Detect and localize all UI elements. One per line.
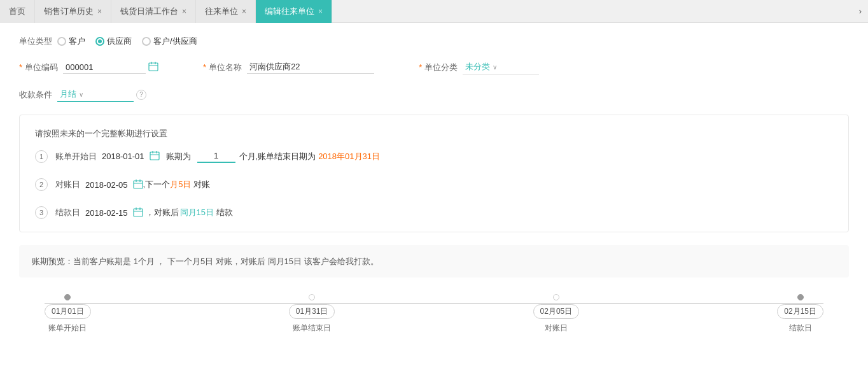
preview-p3: 同月15日 <box>268 257 302 266</box>
unit-category-star: * <box>419 62 422 72</box>
unit-category-select[interactable]: 未分类 ∨ <box>463 60 539 74</box>
step-2-date: 2018-02-05 <box>85 180 128 190</box>
tab-edit-partner-close[interactable]: × <box>318 7 323 16</box>
tab-sales-history[interactable]: 销售订单历史 × <box>35 0 111 23</box>
step-1-label: 账单开始日 <box>55 151 97 162</box>
step-3-label: 结款日 <box>55 207 80 218</box>
step-3-row: 3 结款日 2018-02-15 ，对账后 同月15日 结款 <box>35 206 833 219</box>
step-3-date-field: 2018-02-15 <box>85 207 143 219</box>
unit-name-input[interactable] <box>247 61 374 74</box>
timeline-dot-3 <box>553 294 559 300</box>
radio-supplier-circle <box>95 37 104 46</box>
step-3-suffix-post: 结款 <box>216 207 233 218</box>
step-2-date-field: 2018-02-05 <box>85 179 143 191</box>
preview-box: 账期预览：当前客户账期是 1个月 ， 下一个月5日 对账，对账后 同月15日 该… <box>19 245 849 278</box>
radio-customer-circle <box>57 37 66 46</box>
step-2-label: 对账日 <box>55 179 80 190</box>
settings-section: 请按照未来的一个完整帐期进行设置 1 账单开始日 2018-01-01 账期为 … <box>19 115 849 232</box>
preview-post2: 该客户会给我打款。 <box>304 257 379 266</box>
radio-both-label: 客户/供应商 <box>153 36 197 47</box>
tab-edit-partner[interactable]: 编辑往来单位 × <box>256 0 332 23</box>
timeline: 01月01日 账单开始日 01月31日 账单结束日 02月05日 对账日 <box>19 284 849 334</box>
step-3-highlight: 同月15日 <box>180 207 214 218</box>
step-1-date-field: 2018-01-01 <box>102 150 160 162</box>
timeline-date-4: 02月15日 <box>777 304 823 319</box>
payment-terms-row: 收款条件 月结 ∨ ? <box>19 87 849 102</box>
payment-terms-label: 收款条件 <box>19 89 52 101</box>
timeline-point-3: 02月05日 对账日 <box>533 294 580 334</box>
payment-terms-select[interactable]: 月结 ∨ <box>57 87 134 102</box>
timeline-date-2: 01月31日 <box>289 304 335 319</box>
unit-code-field <box>63 61 158 74</box>
page-content: 单位类型 客户 供应商 客户/供应商 * 单位编码 * <box>0 23 868 387</box>
payment-terms-value: 月结 <box>60 88 76 100</box>
preview-mid: ， <box>157 257 165 266</box>
radio-customer-label: 客户 <box>69 36 85 47</box>
unit-info-row: * 单位编码 * 单位名称 * 单位分类 未分类 ∨ <box>19 60 849 74</box>
payment-terms-arrow: ∨ <box>79 91 83 98</box>
timeline-date-1: 01月01日 <box>45 304 91 319</box>
unit-code-input[interactable] <box>63 61 146 74</box>
step-1-date: 2018-01-01 <box>102 151 144 161</box>
svg-rect-4 <box>150 152 159 160</box>
step-2-suffix-pre: ,下一个 <box>143 179 171 190</box>
tab-more-button[interactable]: › <box>853 6 868 16</box>
step-1-period-input[interactable] <box>197 150 235 163</box>
tab-home-label: 首页 <box>9 6 25 17</box>
step-1-suffix-pre: 账期为 <box>166 151 191 162</box>
timeline-label-3: 对账日 <box>545 323 568 334</box>
step-3-calendar-icon[interactable] <box>133 207 143 219</box>
step-3-num: 3 <box>35 206 48 219</box>
timeline-dot-2 <box>309 294 315 300</box>
tab-cash-daily-label: 钱货日清工作台 <box>120 6 178 17</box>
tab-partner-close[interactable]: × <box>242 7 246 16</box>
preview-p2: 下一个月5日 <box>167 257 213 266</box>
tab-partner[interactable]: 往来单位 × <box>196 0 256 23</box>
radio-customer[interactable]: 客户 <box>57 36 85 47</box>
unit-code-calendar-icon[interactable] <box>148 61 158 73</box>
unit-name-star: * <box>203 62 206 72</box>
tab-sales-history-label: 销售订单历史 <box>44 6 94 17</box>
step-1-row: 1 账单开始日 2018-01-01 账期为 个月,账单结束日期为 2018年0… <box>35 150 833 163</box>
step-1-num: 1 <box>35 150 48 163</box>
step-1-end-date: 2018年01月31日 <box>318 151 380 162</box>
tab-home[interactable]: 首页 <box>0 0 35 23</box>
tab-edit-partner-label: 编辑往来单位 <box>265 6 314 17</box>
unit-type-label: 单位类型 <box>19 36 52 47</box>
preview-post1: 对账，对账后 <box>216 257 265 266</box>
preview-p1: 1个月 <box>134 257 155 266</box>
tab-cash-daily[interactable]: 钱货日清工作台 × <box>111 0 196 23</box>
radio-supplier-label: 供应商 <box>107 36 132 47</box>
unit-code-star: * <box>19 62 22 72</box>
radio-both[interactable]: 客户/供应商 <box>142 36 197 47</box>
payment-terms-help-icon[interactable]: ? <box>136 90 146 100</box>
tab-sales-history-close[interactable]: × <box>97 7 102 16</box>
timeline-point-1: 01月01日 账单开始日 <box>45 294 91 334</box>
step-3-date: 2018-02-15 <box>85 208 128 218</box>
timeline-label-4: 结款日 <box>789 323 812 334</box>
step-1-calendar-icon[interactable] <box>150 150 160 162</box>
svg-rect-0 <box>149 63 158 71</box>
timeline-dot-1 <box>64 294 71 300</box>
svg-rect-8 <box>134 181 143 188</box>
timeline-point-4: 02月15日 结款日 <box>777 294 823 334</box>
step-2-num: 2 <box>35 178 48 191</box>
radio-supplier[interactable]: 供应商 <box>95 36 132 47</box>
step-2-suffix-post: 对账 <box>193 179 210 190</box>
tab-partner-label: 往来单位 <box>205 6 238 17</box>
timeline-dot-4 <box>797 294 804 300</box>
radio-both-circle <box>142 37 151 46</box>
timeline-date-3: 02月05日 <box>533 304 580 319</box>
timeline-label-2: 账单结束日 <box>293 323 331 334</box>
step-2-calendar-icon[interactable] <box>133 179 143 191</box>
preview-label: 账期预览：当前客户账期是 <box>32 257 131 266</box>
unit-category-value: 未分类 <box>465 61 490 73</box>
tab-cash-daily-close[interactable]: × <box>182 7 186 16</box>
unit-name-label: 单位名称 <box>209 62 242 73</box>
timeline-point-2: 01月31日 账单结束日 <box>289 294 335 334</box>
step-2-row: 2 对账日 2018-02-05 ,下一个 月5日 对账 <box>35 178 833 191</box>
step-3-suffix-pre: ，对账后 <box>146 207 179 218</box>
tabs-bar: 首页 销售订单历史 × 钱货日清工作台 × 往来单位 × 编辑往来单位 × › <box>0 0 868 23</box>
section-title: 请按照未来的一个完整帐期进行设置 <box>35 128 833 139</box>
unit-code-label: 单位编码 <box>25 62 58 73</box>
